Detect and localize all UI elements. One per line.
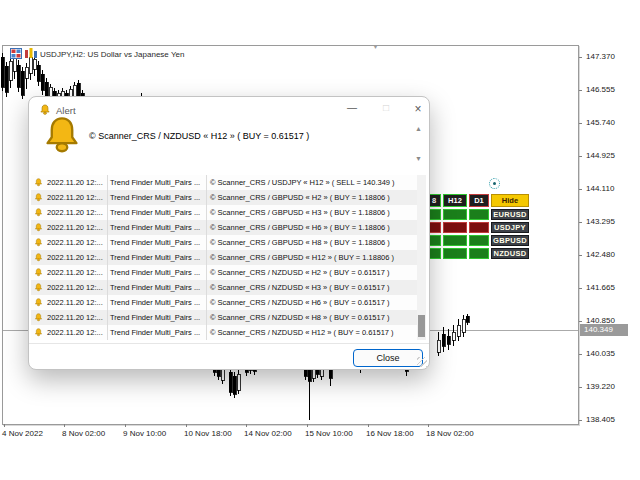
price-tick: [579, 90, 582, 91]
alert-time: 2022.11.20 12:...: [47, 325, 108, 340]
panel-column-header[interactable]: D1: [469, 194, 489, 207]
time-axis-label: 16 Nov 18:00: [366, 429, 414, 438]
price-tick: [579, 189, 582, 190]
alert-row[interactable]: 2022.11.20 12:...Trend Finder Multi_Pair…: [31, 190, 417, 205]
alert-message: © Scanner_CRS / USDJPY « H12 » ( SELL = …: [207, 178, 417, 187]
price-axis-label: 140.035: [586, 349, 615, 358]
bell-icon: [31, 268, 47, 277]
signal-cell[interactable]: [443, 209, 467, 220]
alert-time: 2022.11.20 12:...: [47, 220, 108, 235]
alert-message: © Scanner_CRS / GBPUSD « H8 » ( BUY = 1.…: [207, 238, 417, 247]
alert-time: 2022.11.20 12:...: [47, 265, 108, 280]
alert-message: © Scanner_CRS / NZDUSD « H6 » ( BUY = 0.…: [207, 298, 417, 307]
alert-row[interactable]: 2022.11.20 12:...Trend Finder Multi_Pair…: [31, 265, 417, 280]
bell-icon: [31, 328, 47, 337]
alert-message: © Scanner_CRS / GBPUSD « H3 » ( BUY = 1.…: [207, 208, 417, 217]
alert-source: Trend Finder Multi_Pairs ...: [108, 265, 207, 280]
alert-message: © Scanner_CRS / NZDUSD « H2 » ( BUY = 0.…: [207, 268, 417, 277]
alert-bell-icon: [41, 115, 83, 157]
price-axis-label: 139.220: [586, 382, 615, 391]
price-axis-label: 138.405: [586, 415, 615, 424]
scroll-down-icon[interactable]: ▼: [415, 155, 422, 162]
bell-icon: [31, 223, 47, 232]
price-axis-label: 141.665: [586, 283, 615, 292]
minimize-icon[interactable]: —: [343, 102, 361, 113]
price-tick: [579, 57, 582, 58]
alert-message: © Scanner_CRS / NZDUSD « H3 » ( BUY = 0.…: [207, 283, 417, 292]
alert-time: 2022.11.20 12:...: [47, 250, 108, 265]
alert-source: Trend Finder Multi_Pairs ...: [108, 220, 207, 235]
price-tick: [579, 255, 582, 256]
signal-cell[interactable]: [469, 222, 489, 233]
price-tick: [579, 156, 582, 157]
alert-source: Trend Finder Multi_Pairs ...: [108, 250, 207, 265]
bell-icon: [31, 298, 47, 307]
maximize-icon[interactable]: □: [377, 102, 395, 113]
pair-label[interactable]: USDJPY: [491, 222, 529, 233]
price-axis-label: 147.370: [586, 52, 615, 61]
alert-source: Trend Finder Multi_Pairs ...: [108, 235, 207, 250]
alert-time: 2022.11.20 12:...: [47, 295, 108, 310]
alert-row[interactable]: 2022.11.20 12:...Trend Finder Multi_Pair…: [31, 295, 417, 310]
price-axis[interactable]: 147.370146.555145.740144.925144.110143.2…: [579, 0, 640, 480]
alert-row[interactable]: 2022.11.20 12:...Trend Finder Multi_Pair…: [31, 205, 417, 220]
signal-cell[interactable]: [443, 248, 467, 259]
alert-source: Trend Finder Multi_Pairs ...: [108, 310, 207, 325]
alert-main-message: © Scanner_CRS / NZDUSD « H12 » ( BUY = 0…: [89, 131, 309, 141]
chart-title-row: USDJPY,H2: US Dollar vs Japanese Yen: [10, 48, 184, 61]
alert-source: Trend Finder Multi_Pairs ...: [108, 325, 207, 340]
alert-time: 2022.11.20 12:...: [47, 235, 108, 250]
alert-message: © Scanner_CRS / GBPUSD « H2 » ( BUY = 1.…: [207, 193, 417, 202]
panel-column-header[interactable]: H12: [443, 194, 467, 207]
alert-row[interactable]: 2022.11.20 12:...Trend Finder Multi_Pair…: [31, 310, 417, 325]
pair-label[interactable]: NZDUSD: [491, 248, 529, 259]
price-axis-label: 144.110: [586, 184, 614, 193]
alert-time: 2022.11.20 12:...: [47, 280, 108, 295]
alert-row[interactable]: 2022.11.20 12:...Trend Finder Multi_Pair…: [31, 325, 417, 340]
close-icon[interactable]: ×: [409, 102, 427, 116]
alert-dialog: Alert — □ × © Scanner_CRS / NZDUSD « H12…: [28, 96, 430, 370]
alert-time: 2022.11.20 12:...: [47, 190, 108, 205]
alert-time: 2022.11.20 12:...: [47, 205, 108, 220]
price-axis-label: 146.555: [586, 85, 615, 94]
alert-message: © Scanner_CRS / GBPUSD « H6 » ( BUY = 1.…: [207, 223, 417, 232]
scanner-grid: 8H12D1HideEURUSDUSDJPYGBPUSDNZDUSD: [427, 194, 529, 259]
alert-time: 2022.11.20 12:...: [47, 175, 108, 190]
alert-time: 2022.11.20 12:...: [47, 310, 108, 325]
price-axis-label: 144.925: [586, 151, 615, 160]
pair-label[interactable]: EURUSD: [491, 209, 529, 220]
alert-message: © Scanner_CRS / NZDUSD « H12 » ( BUY = 0…: [207, 328, 417, 337]
price-tick: [579, 387, 582, 388]
resize-grip[interactable]: [417, 357, 427, 367]
scanner-panel: 8H12D1HideEURUSDUSDJPYGBPUSDNZDUSD: [427, 194, 529, 261]
alert-row[interactable]: 2022.11.20 12:...Trend Finder Multi_Pair…: [31, 250, 417, 265]
signal-cell[interactable]: [469, 209, 489, 220]
divider: [29, 343, 429, 344]
close-button[interactable]: Close: [353, 349, 423, 367]
spinner-icon[interactable]: [489, 178, 500, 189]
time-axis-label: 8 Nov 02:00: [62, 429, 105, 438]
alert-row[interactable]: 2022.11.20 12:...Trend Finder Multi_Pair…: [31, 235, 417, 250]
scroll-up-icon[interactable]: ▲: [415, 125, 422, 132]
current-price-tag: 140.349: [580, 324, 628, 336]
pair-label[interactable]: GBPUSD: [491, 235, 529, 246]
signal-cell[interactable]: [443, 235, 467, 246]
hide-button[interactable]: Hide: [491, 194, 529, 207]
alert-row[interactable]: 2022.11.20 12:...Trend Finder Multi_Pair…: [31, 220, 417, 235]
dialog-titlebar[interactable]: Alert — □ ×: [29, 97, 429, 123]
scrollbar[interactable]: [417, 175, 426, 340]
signal-cell[interactable]: [469, 248, 489, 259]
scrollbar-thumb[interactable]: [418, 315, 425, 337]
bell-icon: [31, 208, 47, 217]
chart-type-icon[interactable]: [25, 48, 37, 61]
signal-cell[interactable]: [443, 222, 467, 233]
time-axis-label: 9 Nov 10:00: [123, 429, 166, 438]
time-axis-label: 15 Nov 10:00: [305, 429, 353, 438]
alert-row[interactable]: 2022.11.20 12:...Trend Finder Multi_Pair…: [31, 280, 417, 295]
signal-cell[interactable]: [469, 235, 489, 246]
alert-message: © Scanner_CRS / GBPUSD « H12 » ( BUY = 1…: [207, 253, 417, 262]
alert-row[interactable]: 2022.11.20 12:...Trend Finder Multi_Pair…: [31, 175, 417, 190]
symbols-grid-icon[interactable]: [10, 48, 22, 61]
price-axis-label: 143.295: [586, 217, 615, 226]
price-axis-label: 145.740: [586, 118, 615, 127]
